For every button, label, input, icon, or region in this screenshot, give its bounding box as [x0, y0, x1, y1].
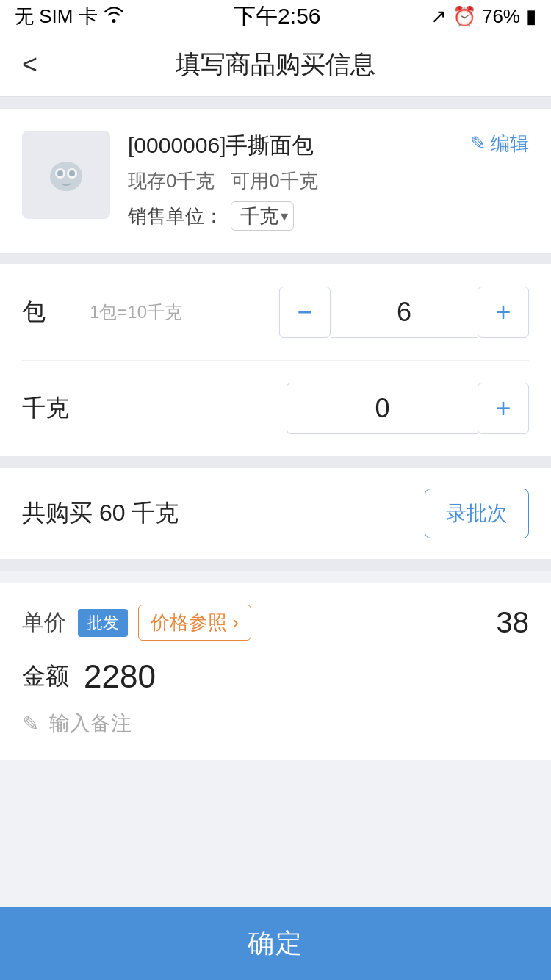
bao-increment-button[interactable]: + — [478, 287, 529, 338]
product-unit-row: 销售单位： 千克 — [128, 201, 529, 231]
kg-increment-button[interactable]: + — [478, 383, 529, 434]
remark-row[interactable]: ✎ 输入备注 — [22, 695, 529, 760]
nav-bar: < 填写商品购买信息 — [0, 32, 551, 97]
price-value: 38 — [497, 606, 530, 639]
battery-icon: ▮ — [526, 5, 536, 28]
sim-text: 无 SIM 卡 — [15, 4, 98, 29]
summary-section: 共购买 60 千克 录批次 — [0, 468, 551, 559]
product-logo-icon — [44, 153, 88, 197]
unit-select[interactable]: 千克 — [231, 201, 294, 231]
svg-point-0 — [50, 162, 82, 191]
remark-placeholder: 输入备注 — [49, 710, 132, 738]
bao-controls: − + — [279, 287, 529, 338]
status-bar: 无 SIM 卡 下午2:56 ↗ ⏰ 76% ▮ — [0, 0, 551, 32]
product-name: [0000006]手撕面包 — [128, 131, 314, 161]
wifi-icon — [104, 5, 124, 28]
input-section: 包 1包=10千克 − + 千克 + — [0, 264, 551, 456]
amount-label: 金额 — [22, 660, 69, 693]
product-image — [22, 131, 110, 219]
input-row-bao: 包 1包=10千克 − + — [22, 264, 529, 361]
svg-point-4 — [69, 170, 75, 176]
amount-row: 金额 2280 — [22, 658, 529, 695]
unit-select-wrap[interactable]: 千克 — [231, 201, 294, 231]
kg-quantity-input[interactable] — [287, 383, 478, 434]
price-ref-label: 价格参照 › — [151, 610, 239, 635]
bao-sub: 1包=10千克 — [90, 300, 279, 324]
status-right: ↗ ⏰ 76% ▮ — [431, 5, 536, 28]
mid-divider-1 — [0, 253, 551, 264]
product-stock: 现存0千克 可用0千克 — [128, 168, 529, 194]
top-divider — [0, 97, 551, 109]
product-card: [0000006]手撕面包 ✎ 编辑 现存0千克 可用0千克 销售单位： 千克 — [0, 109, 551, 253]
pencil-icon: ✎ — [22, 712, 39, 736]
bao-label: 包 — [22, 296, 81, 328]
kg-controls: + — [287, 383, 529, 434]
bao-quantity-input[interactable] — [331, 287, 478, 338]
confirm-button[interactable]: 确定 — [0, 907, 551, 980]
amount-value: 2280 — [84, 658, 156, 695]
mid-divider-2 — [0, 456, 551, 468]
mid-divider-3 — [0, 559, 551, 571]
edit-button[interactable]: ✎ 编辑 — [470, 131, 529, 156]
back-button[interactable]: < — [15, 42, 45, 87]
summary-text: 共购买 60 千克 — [22, 497, 179, 530]
input-row-kg: 千克 + — [22, 361, 529, 456]
batch-button[interactable]: 录批次 — [425, 489, 529, 538]
kg-label: 千克 — [22, 392, 81, 425]
status-left: 无 SIM 卡 — [15, 4, 124, 29]
svg-point-3 — [57, 170, 63, 176]
battery-text: 76% — [482, 5, 520, 28]
location-icon: ↗ — [431, 5, 447, 28]
edit-icon: ✎ — [470, 132, 486, 155]
status-time: 下午2:56 — [234, 1, 320, 32]
bao-decrement-button[interactable]: − — [279, 287, 331, 338]
price-section: 单价 批发 价格参照 › 38 — [0, 583, 551, 641]
amount-section: 金额 2280 ✎ 输入备注 — [0, 641, 551, 760]
price-label: 单价 — [22, 608, 66, 638]
price-tag: 批发 — [78, 609, 128, 637]
alarm-icon: ⏰ — [453, 5, 476, 28]
page-title: 填写商品购买信息 — [176, 48, 375, 82]
bottom-spacer — [0, 760, 551, 907]
price-ref-button[interactable]: 价格参照 › — [138, 605, 251, 641]
product-info: [0000006]手撕面包 ✎ 编辑 现存0千克 可用0千克 销售单位： 千克 — [128, 131, 529, 231]
